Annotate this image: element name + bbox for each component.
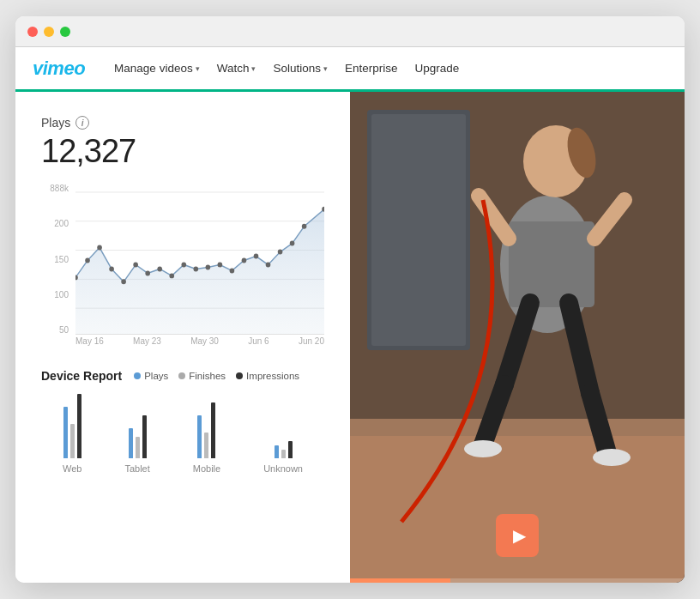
legend-plays-dot <box>134 372 141 379</box>
bar-tablet-finishes <box>136 437 140 458</box>
chart-area: 888k 200 150 100 50 <box>41 184 324 355</box>
play-icon: ▶ <box>513 525 526 546</box>
bar-unknown-impressions <box>288 441 293 458</box>
bar-label-tablet: Tablet <box>124 463 149 474</box>
svg-point-13 <box>169 273 174 278</box>
nav-manage-videos[interactable]: Manage videos ▾ <box>106 47 208 89</box>
svg-point-10 <box>133 262 138 267</box>
svg-point-21 <box>266 262 271 267</box>
plays-header: Plays i <box>41 116 324 130</box>
line-chart-svg <box>75 184 324 334</box>
video-progress-bar[interactable] <box>350 578 685 583</box>
x-label-may30: May 30 <box>190 336 219 355</box>
svg-point-14 <box>181 262 186 267</box>
svg-point-18 <box>230 268 235 273</box>
svg-point-20 <box>254 254 259 259</box>
legend-plays: Plays <box>134 371 168 381</box>
svg-rect-27 <box>350 419 685 583</box>
close-button-dot[interactable] <box>27 27 38 37</box>
nav-watch[interactable]: Watch ▾ <box>208 47 265 89</box>
browser-window: vimeo Manage videos ▾ Watch ▾ Solutions … <box>15 16 685 583</box>
navbar: vimeo Manage videos ▾ Watch ▾ Solutions … <box>15 47 685 92</box>
chart-y-labels: 888k 200 150 100 50 <box>41 184 72 335</box>
bar-label-mobile: Mobile <box>193 463 220 474</box>
nav-enterprise[interactable]: Enterprise <box>336 47 407 89</box>
legend-impressions-dot <box>236 372 243 379</box>
svg-point-42 <box>593 449 631 466</box>
legend-finishes-dot <box>178 372 185 379</box>
bar-web-impressions <box>77 394 81 458</box>
bar-group-web: Web <box>63 390 81 474</box>
bar-web-finishes <box>70 424 75 458</box>
bar-group-mobile: Mobile <box>193 390 220 474</box>
svg-point-22 <box>278 250 283 255</box>
y-label-50: 50 <box>59 325 69 335</box>
legend-plays-label: Plays <box>144 371 168 381</box>
manage-videos-chevron-icon: ▾ <box>196 64 200 73</box>
svg-point-24 <box>302 224 307 229</box>
play-button[interactable]: ▶ <box>496 514 539 557</box>
svg-point-17 <box>218 262 223 267</box>
bar-unknown-finishes <box>281 450 286 458</box>
device-report-title: Device Report <box>41 369 122 383</box>
bar-group-tablet: Tablet <box>124 390 149 474</box>
vimeo-logo[interactable]: vimeo <box>33 57 85 80</box>
bar-mobile-impressions <box>211 402 215 458</box>
bar-tablet-impressions <box>142 415 147 458</box>
video-background-svg <box>350 92 685 583</box>
legend-impressions: Impressions <box>236 371 299 381</box>
bars-tablet <box>129 390 147 458</box>
plays-label: Plays <box>41 116 70 130</box>
watch-chevron-icon: ▾ <box>251 64 256 73</box>
legend-finishes: Finishes <box>178 371 226 381</box>
bar-label-unknown: Unknown <box>263 463 303 474</box>
svg-point-19 <box>242 258 247 263</box>
y-label-100: 100 <box>54 290 69 300</box>
device-report: Device Report Plays Finishes <box>41 369 324 474</box>
svg-point-16 <box>206 264 211 269</box>
legend-finishes-label: Finishes <box>189 371 226 381</box>
legend-impressions-label: Impressions <box>246 371 299 381</box>
video-panel: ▶ <box>350 92 685 583</box>
main-content: Plays i 12,327 888k 200 150 100 50 <box>15 92 685 583</box>
bars-web <box>63 390 81 458</box>
minimize-button-dot[interactable] <box>44 27 54 37</box>
chart-main <box>75 184 324 335</box>
bar-web-plays <box>63 407 68 458</box>
bar-mobile-plays <box>197 415 202 458</box>
svg-point-23 <box>290 241 295 246</box>
bar-chart-area: Web Tablet <box>41 396 324 474</box>
y-label-888k: 888k <box>50 184 69 193</box>
svg-point-9 <box>121 279 126 284</box>
bar-mobile-finishes <box>204 433 208 458</box>
browser-body: vimeo Manage videos ▾ Watch ▾ Solutions … <box>15 47 685 583</box>
y-label-150: 150 <box>54 255 69 264</box>
svg-point-12 <box>157 266 162 271</box>
svg-point-6 <box>85 258 90 263</box>
bar-group-unknown: Unknown <box>263 390 303 474</box>
bar-tablet-plays <box>129 428 133 458</box>
x-label-jun6: Jun 6 <box>248 336 269 355</box>
y-label-200: 200 <box>54 219 69 228</box>
info-icon[interactable]: i <box>75 116 89 130</box>
nav-solutions[interactable]: Solutions ▾ <box>264 47 336 89</box>
svg-rect-34 <box>509 221 594 307</box>
progress-bar-fill <box>350 578 450 583</box>
bars-mobile <box>197 390 215 458</box>
plays-count: 12,327 <box>41 133 324 170</box>
chart-x-labels: May 16 May 23 May 30 Jun 6 Jun 20 <box>75 336 324 355</box>
svg-point-11 <box>145 270 150 275</box>
x-label-may23: May 23 <box>133 336 161 355</box>
nav-upgrade[interactable]: Upgrade <box>407 47 468 89</box>
device-report-header: Device Report Plays Finishes <box>41 369 324 383</box>
legend-items: Plays Finishes Impressions <box>134 371 299 381</box>
svg-point-8 <box>109 266 114 271</box>
x-label-may16: May 16 <box>75 336 104 355</box>
solutions-chevron-icon: ▾ <box>323 64 328 73</box>
svg-point-41 <box>464 440 502 457</box>
bar-label-web: Web <box>63 463 81 474</box>
bars-unknown <box>275 390 293 458</box>
x-label-jun20: Jun 20 <box>299 336 324 355</box>
maximize-button-dot[interactable] <box>60 27 70 37</box>
analytics-panel: Plays i 12,327 888k 200 150 100 50 <box>15 92 350 583</box>
